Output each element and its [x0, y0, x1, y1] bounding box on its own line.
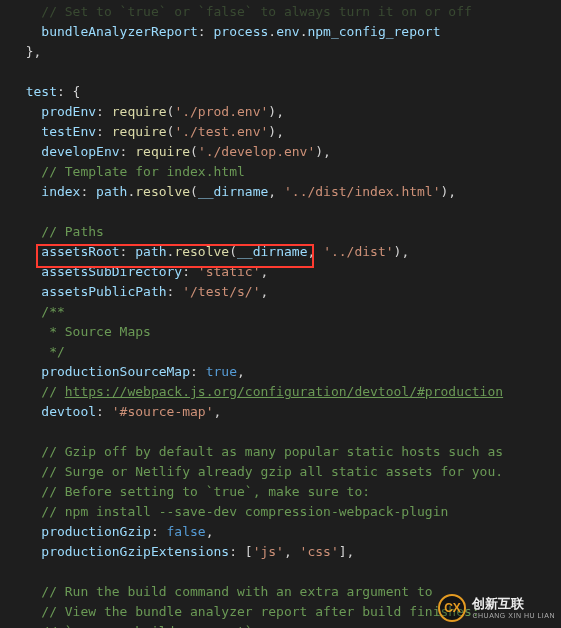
watermark-logo-icon: CX: [438, 594, 466, 622]
code-line[interactable]: // Before setting to `true`, make sure t…: [10, 482, 561, 502]
code-line[interactable]: assetsRoot: path.resolve(__dirname, '../…: [10, 242, 561, 262]
code-line[interactable]: bundleAnalyzerReport: process.env.npm_co…: [10, 22, 561, 42]
watermark-cn: 创新互联: [472, 597, 555, 610]
code-line[interactable]: [10, 422, 561, 442]
code-line[interactable]: // Set to `true` or `false` to always tu…: [10, 2, 561, 22]
code-line[interactable]: index: path.resolve(__dirname, '../dist/…: [10, 182, 561, 202]
watermark-en: CHUANG XIN HU LIAN: [472, 612, 555, 619]
code-line[interactable]: */: [10, 342, 561, 362]
code-line[interactable]: // npm install --save-dev compression-we…: [10, 502, 561, 522]
code-line[interactable]: // Surge or Netlify already gzip all sta…: [10, 462, 561, 482]
code-line[interactable]: productionSourceMap: true,: [10, 362, 561, 382]
code-line[interactable]: devtool: '#source-map',: [10, 402, 561, 422]
code-line[interactable]: productionGzipExtensions: ['js', 'css'],: [10, 542, 561, 562]
code-line[interactable]: * Source Maps: [10, 322, 561, 342]
code-line[interactable]: prodEnv: require('./prod.env'),: [10, 102, 561, 122]
code-line[interactable]: // Template for index.html: [10, 162, 561, 182]
code-line[interactable]: test: {: [10, 82, 561, 102]
code-line[interactable]: },: [10, 42, 561, 62]
watermark: CX 创新互联 CHUANG XIN HU LIAN: [438, 594, 555, 622]
code-line[interactable]: productionGzip: false,: [10, 522, 561, 542]
code-line[interactable]: // Paths: [10, 222, 561, 242]
code-editor[interactable]: // Set to `true` or `false` to always tu…: [10, 2, 561, 628]
code-line[interactable]: /**: [10, 302, 561, 322]
code-line[interactable]: assetsSubDirectory: 'static',: [10, 262, 561, 282]
code-line[interactable]: // `npm run build --report`: [10, 622, 561, 628]
code-line[interactable]: testEnv: require('./test.env'),: [10, 122, 561, 142]
code-line[interactable]: developEnv: require('./develop.env'),: [10, 142, 561, 162]
code-line[interactable]: // Gzip off by default as many popular s…: [10, 442, 561, 462]
code-line[interactable]: [10, 62, 561, 82]
code-line[interactable]: [10, 202, 561, 222]
code-line[interactable]: [10, 562, 561, 582]
code-line[interactable]: // https://webpack.js.org/configuration/…: [10, 382, 561, 402]
code-line[interactable]: assetsPublicPath: '/test/s/',: [10, 282, 561, 302]
